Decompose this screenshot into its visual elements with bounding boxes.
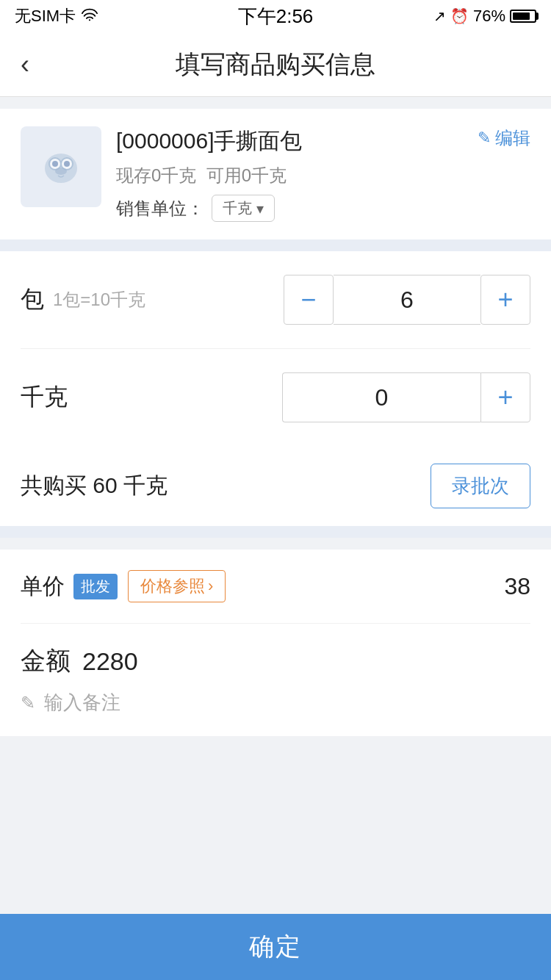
- wifi-icon: [82, 7, 98, 26]
- price-ref-label: 价格参照: [140, 575, 205, 597]
- bao-plus-button[interactable]: +: [480, 275, 530, 325]
- product-name: [0000006]手撕面包: [116, 126, 530, 156]
- section-divider-1: [0, 239, 551, 251]
- kg-quantity-input[interactable]: [282, 372, 480, 422]
- battery-icon: [510, 10, 536, 23]
- amount-section: 金额 2280 ✎ 输入备注: [0, 624, 551, 736]
- remark-pen-icon: ✎: [21, 693, 35, 713]
- status-bar: 无SIM卡 下午2:56 ↗ ⏰ 76%: [0, 0, 551, 32]
- summary-text: 共购买 60 千克: [21, 471, 168, 501]
- kg-plus-button[interactable]: +: [480, 372, 530, 422]
- product-stock: 现存0千克 可用0千克: [116, 164, 530, 187]
- gps-icon: ↗: [433, 7, 446, 25]
- edit-label: 编辑: [495, 126, 530, 150]
- svg-point-6: [55, 167, 67, 175]
- product-thumbnail: [21, 126, 101, 207]
- bao-quantity-row: 包 1包=10千克 − +: [21, 251, 530, 349]
- edit-button[interactable]: ✎ 编辑: [478, 126, 530, 150]
- kg-quantity-control: +: [282, 372, 530, 422]
- empty-space: [0, 736, 551, 927]
- remark-placeholder: 输入备注: [44, 690, 120, 716]
- status-right: ↗ ⏰ 76%: [433, 7, 536, 26]
- carrier-label: 无SIM卡: [15, 5, 76, 27]
- svg-point-0: [89, 19, 90, 21]
- status-left: 无SIM卡: [15, 5, 98, 27]
- confirm-button[interactable]: 确定: [0, 914, 551, 980]
- alarm-icon: ⏰: [450, 7, 469, 25]
- amount-row: 金额 2280: [21, 644, 530, 678]
- unit-label: 销售单位：: [116, 197, 204, 220]
- product-unit-row: 销售单位： 千克 ▾: [116, 195, 530, 222]
- price-row: 单价 批发 价格参照 › 38: [21, 570, 530, 624]
- amount-label: 金额: [21, 644, 71, 678]
- edit-pen-icon: ✎: [478, 129, 491, 148]
- bao-quantity-input[interactable]: [334, 275, 480, 325]
- price-reference-button[interactable]: 价格参照 ›: [128, 570, 226, 602]
- price-tag: 批发: [73, 574, 118, 599]
- price-ref-arrow-icon: ›: [208, 577, 213, 596]
- record-batch-button[interactable]: 录批次: [431, 464, 530, 508]
- page-title: 填写商品购买信息: [176, 48, 375, 82]
- bao-label: 包: [21, 284, 44, 316]
- svg-point-4: [52, 161, 58, 167]
- amount-value: 2280: [82, 647, 138, 676]
- kg-label: 千克: [21, 381, 68, 414]
- summary-section: 共购买 60 千克 录批次: [0, 446, 551, 526]
- kg-quantity-row: 千克 +: [21, 349, 530, 446]
- nav-bar: ‹ 填写商品购买信息: [0, 32, 551, 97]
- back-button[interactable]: ‹: [21, 49, 29, 80]
- remark-row[interactable]: ✎ 输入备注: [21, 690, 530, 716]
- time-display: 下午2:56: [238, 4, 314, 29]
- price-label: 单价: [21, 572, 65, 602]
- svg-point-5: [64, 161, 70, 167]
- unit-dropdown-icon: ▾: [256, 200, 264, 217]
- battery-label: 76%: [473, 7, 505, 26]
- unit-value: 千克: [223, 198, 252, 218]
- section-divider-2: [0, 526, 551, 538]
- price-value: 38: [504, 573, 530, 600]
- quantity-section: 包 1包=10千克 − + 千克 +: [0, 251, 551, 446]
- bao-hint: 1包=10千克: [53, 288, 145, 311]
- product-card: [0000006]手撕面包 现存0千克 可用0千克 销售单位： 千克 ▾ ✎ 编…: [0, 109, 551, 239]
- price-section: 单价 批发 价格参照 › 38: [0, 550, 551, 624]
- bao-minus-button[interactable]: −: [284, 275, 334, 325]
- product-info: [0000006]手撕面包 现存0千克 可用0千克 销售单位： 千克 ▾: [116, 126, 530, 222]
- unit-select[interactable]: 千克 ▾: [212, 195, 275, 222]
- bao-quantity-control: − +: [284, 275, 530, 325]
